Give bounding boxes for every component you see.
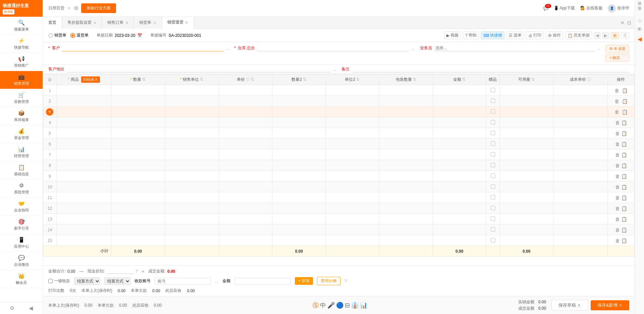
save-new-btn[interactable]: 保存&新增 ∧ <box>591 300 629 310</box>
gift-cell[interactable] <box>486 96 500 107</box>
product-input[interactable] <box>59 88 108 93</box>
amount-input[interactable] <box>436 88 483 93</box>
qty-cell[interactable] <box>111 96 165 107</box>
account-select-btn[interactable]: ... <box>215 279 218 284</box>
copy-row-btn[interactable]: 📋 <box>621 120 627 125</box>
close-sale-delivery-tab[interactable]: × <box>153 20 156 25</box>
available-cell-highlighted[interactable] <box>500 107 553 117</box>
next-order-btn[interactable]: ▶ <box>602 32 609 39</box>
copy-row-btn[interactable]: 📋 <box>621 141 627 147</box>
sidebar-item-wechat[interactable]: 💬 企业微信 <box>0 252 43 270</box>
select-btn[interactable]: ☰ 选单 <box>506 32 524 39</box>
delete-row-btn[interactable]: 🗑 <box>615 141 620 147</box>
product-cell[interactable] <box>57 85 111 96</box>
copy-row-btn[interactable]: 📋 <box>622 99 628 104</box>
sidebar-item-finance[interactable]: 💰 资金管理 <box>0 125 43 143</box>
warehouse-input[interactable] <box>257 45 409 51</box>
gift-checkbox[interactable] <box>491 99 495 103</box>
address-input[interactable] <box>66 66 331 72</box>
copy-row-btn[interactable]: 📋 <box>622 88 628 93</box>
right-panel-monitor[interactable]: 👁 <box>637 26 642 33</box>
right-panel-notes[interactable]: 附注 <box>636 1 643 4</box>
one-key-label[interactable]: 一键收款 <box>48 278 70 284</box>
customer-select-btn[interactable]: ... <box>225 46 229 51</box>
add-payment-btn[interactable]: + 添加 <box>295 277 313 285</box>
calendar-icon[interactable]: 📅 <box>137 33 142 38</box>
calc-method-select[interactable]: 结算方式 <box>104 277 130 285</box>
amount-footer-input[interactable] <box>234 278 291 285</box>
gift-checkbox-add[interactable] <box>491 109 495 114</box>
cost-price-cell[interactable] <box>553 85 607 96</box>
sidebar-item-shortcut[interactable]: ⚡ 快捷导航 <box>0 35 43 53</box>
tab-sale-order[interactable]: 销售订单 × <box>102 17 134 29</box>
delete-row-btn[interactable]: 🗑 <box>615 195 620 200</box>
sidebar-item-sale[interactable]: 💼 销售管理 <box>0 71 43 89</box>
qty2-cell-highlighted[interactable] <box>272 107 326 117</box>
copy-row-btn[interactable]: 📋 <box>621 163 627 168</box>
qty-cell-highlighted[interactable] <box>111 107 165 117</box>
tab-sale-price[interactable]: 售价提取设置 × <box>62 17 102 29</box>
radio-return-order[interactable]: 退货单 <box>70 33 89 38</box>
unit-price-cell-highlighted[interactable] <box>219 107 272 117</box>
delete-row-btn[interactable]: 🗑 <box>615 120 620 125</box>
product-cell[interactable] <box>57 96 111 107</box>
delete-row-btn[interactable]: 🗑 <box>615 227 620 233</box>
one-key-checkbox[interactable] <box>48 279 53 283</box>
copy-row-btn[interactable]: 📋 <box>621 195 627 200</box>
copy-row-btn-add[interactable]: 📋 <box>622 109 628 115</box>
tab-close-all-btn[interactable]: ✕ <box>620 19 625 26</box>
sidebar-settings-btn[interactable]: ⚙ <box>10 305 14 311</box>
unit-price-cell[interactable] <box>219 85 272 96</box>
close-sale-order-tab[interactable]: × <box>125 20 128 25</box>
exp-btn[interactable]: 体验行业方案 <box>81 3 116 13</box>
right-panel-attach[interactable]: 附件 <box>636 7 643 9</box>
user-info[interactable]: 👤 徐泽华 <box>608 4 629 12</box>
sidebar-item-app[interactable]: 📱 应用中心 <box>0 234 43 252</box>
sidebar-item-basic[interactable]: 📋 基础信息 <box>0 162 43 180</box>
add-row-btn[interactable]: + <box>46 108 53 116</box>
tab-expand-btn[interactable]: ⊡ <box>627 19 632 26</box>
delete-row-btn[interactable]: 🗑 <box>614 99 619 104</box>
quick-key-btn[interactable]: ⌨ 快捷键 <box>481 32 504 39</box>
delete-row-btn[interactable]: 🗑 <box>615 184 620 190</box>
history-btn[interactable]: 📋 历史单据 <box>565 32 592 39</box>
delete-row-btn[interactable]: 🗑 <box>614 88 619 93</box>
product-cell-highlighted[interactable] <box>57 107 111 117</box>
qty-cell[interactable] <box>111 85 165 96</box>
delete-row-btn[interactable]: 🗑 <box>615 238 620 243</box>
copy-row-btn[interactable]: 📋 <box>621 238 627 243</box>
right-panel-expand[interactable]: ◀ <box>637 35 642 43</box>
sidebar-item-operation[interactable]: 📊 经营管理 <box>0 143 43 162</box>
topbar-settings-btn[interactable]: ⚙ <box>74 5 78 11</box>
sidebar-item-system[interactable]: ⚙ 系统管理 <box>0 180 43 198</box>
close-sale-return-tab[interactable]: × <box>185 20 188 25</box>
tab-sale-return[interactable]: 销货退货 × <box>162 17 194 29</box>
app-download-btn[interactable]: 📱 App下载 <box>554 5 575 11</box>
copy-row-btn[interactable]: 📋 <box>621 227 627 233</box>
right-panel-star[interactable]: ☆ <box>637 17 642 24</box>
warehouse-select-btn[interactable]: ... <box>411 46 415 51</box>
unit-price-cell[interactable] <box>219 96 272 107</box>
amount-cell-highlighted[interactable] <box>433 107 486 117</box>
copy-row-btn[interactable]: 📋 <box>621 184 627 190</box>
save-draft-btn[interactable]: 保存草稿 ∧ <box>551 300 588 311</box>
qty2-cell[interactable] <box>272 96 326 107</box>
print-btn[interactable]: 🖨 打印 <box>526 32 544 39</box>
tab-sale-delivery[interactable]: 销货单 × <box>134 17 162 29</box>
unit2-cell[interactable] <box>326 96 379 107</box>
unit2-cell-highlighted[interactable] <box>326 107 379 117</box>
form-logistics-btn[interactable]: + 物流 <box>606 54 629 62</box>
radio-sale-order[interactable]: 销货单 <box>48 33 66 38</box>
grid-view-btn[interactable]: ⊞ <box>611 32 619 39</box>
sidebar-item-member[interactable]: 👑 畅会员 <box>0 270 43 288</box>
message-btn[interactable]: 💬 70 <box>543 6 548 11</box>
discount-input[interactable] <box>107 269 133 274</box>
customer-input[interactable] <box>62 45 223 51</box>
delete-row-btn[interactable]: 🗑 <box>615 163 620 168</box>
discount-help-icon[interactable]: ? <box>136 269 138 274</box>
sidebar-item-marketing[interactable]: 📢 营销推广 <box>0 53 43 71</box>
delete-row-btn-add[interactable]: 🗑 <box>614 109 619 115</box>
split-help-icon[interactable]: ? <box>344 279 347 284</box>
salesperson-select-btn[interactable]: ... <box>597 46 600 51</box>
note-input[interactable] <box>352 66 629 72</box>
